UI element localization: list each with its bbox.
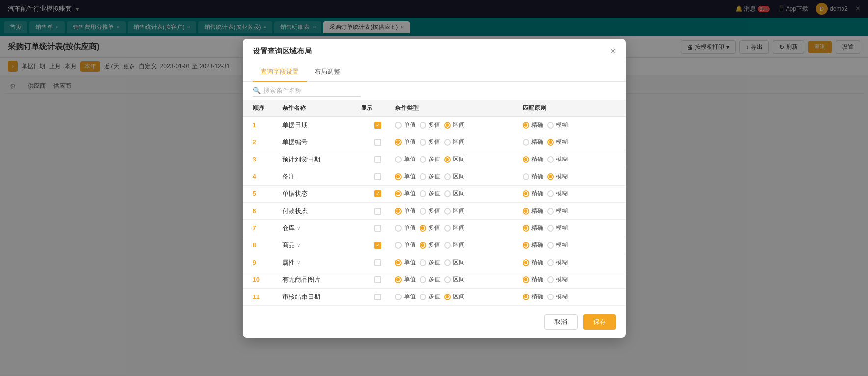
dialog-tab-layout[interactable]: 布局调整 (307, 62, 348, 82)
checkbox[interactable] (374, 139, 381, 146)
radio-btn[interactable] (444, 190, 451, 197)
radio-btn[interactable] (547, 190, 554, 197)
radio-btn[interactable] (444, 259, 451, 266)
row-display-check[interactable]: ✓ (361, 242, 395, 249)
row-display-check[interactable] (361, 208, 395, 215)
radio-btn[interactable] (444, 242, 451, 249)
radio-btn[interactable] (547, 294, 554, 300)
match-radio-group: 精确 (523, 121, 543, 129)
radio-btn[interactable] (444, 156, 451, 163)
radio-btn[interactable] (420, 173, 426, 180)
dialog-close-btn[interactable]: × (610, 47, 616, 55)
row-display-check[interactable] (361, 139, 395, 146)
radio-btn[interactable] (420, 276, 426, 283)
checkbox[interactable]: ✓ (374, 190, 381, 197)
row-display-check[interactable] (361, 259, 395, 266)
radio-btn[interactable] (547, 156, 554, 163)
type-radio-group: 多值 (420, 241, 440, 249)
checkbox[interactable] (374, 208, 381, 215)
checkbox[interactable] (374, 259, 381, 266)
radio-btn[interactable] (444, 225, 451, 232)
radio-btn[interactable] (547, 139, 554, 146)
row-display-check[interactable] (361, 156, 395, 163)
radio-btn[interactable] (547, 225, 554, 232)
radio-btn[interactable] (547, 276, 554, 283)
radio-btn[interactable] (395, 276, 402, 283)
radio-btn[interactable] (523, 242, 529, 249)
row-display-check[interactable] (361, 294, 395, 300)
checkbox[interactable] (374, 225, 381, 232)
checkbox[interactable] (374, 173, 381, 180)
row-match: 精确模糊 (523, 241, 626, 249)
expand-icon[interactable]: ∨ (297, 242, 300, 248)
expand-icon[interactable]: ∨ (297, 260, 300, 265)
radio-btn[interactable] (444, 294, 451, 300)
row-type: 单值多值区间 (395, 207, 523, 215)
radio-label: 区间 (453, 258, 465, 267)
radio-btn[interactable] (523, 259, 529, 266)
radio-btn[interactable] (547, 208, 554, 215)
radio-btn[interactable] (420, 122, 426, 129)
checkbox[interactable]: ✓ (374, 122, 381, 129)
expand-icon[interactable]: ∨ (297, 225, 300, 231)
row-display-check[interactable]: ✓ (361, 190, 395, 197)
radio-btn[interactable] (547, 259, 554, 266)
radio-btn[interactable] (395, 242, 402, 249)
radio-label: 单值 (404, 258, 416, 267)
radio-btn[interactable] (523, 173, 529, 180)
radio-btn[interactable] (395, 259, 402, 266)
radio-btn[interactable] (395, 173, 402, 180)
row-display-check[interactable] (361, 276, 395, 283)
radio-btn[interactable] (395, 122, 402, 129)
radio-btn[interactable] (444, 122, 451, 129)
checkbox[interactable]: ✓ (374, 242, 381, 249)
radio-btn[interactable] (523, 276, 529, 283)
checkbox[interactable] (374, 276, 381, 283)
radio-btn[interactable] (420, 294, 426, 300)
radio-btn[interactable] (523, 225, 529, 232)
row-display-check[interactable] (361, 225, 395, 232)
match-radio-group: 模糊 (547, 293, 568, 301)
radio-btn[interactable] (395, 294, 402, 300)
radio-btn[interactable] (395, 208, 402, 215)
radio-btn[interactable] (547, 122, 554, 129)
radio-btn[interactable] (395, 156, 402, 163)
row-name: 有无商品图片 (282, 275, 361, 284)
checkbox[interactable] (374, 294, 381, 300)
radio-btn[interactable] (444, 139, 451, 146)
save-btn[interactable]: 保存 (583, 314, 616, 330)
radio-btn[interactable] (420, 242, 426, 249)
radio-btn[interactable] (523, 208, 529, 215)
radio-btn[interactable] (523, 190, 529, 197)
radio-btn[interactable] (444, 208, 451, 215)
radio-label: 单值 (404, 138, 416, 146)
radio-btn[interactable] (523, 122, 529, 129)
row-display-check[interactable]: ✓ (361, 122, 395, 129)
radio-btn[interactable] (523, 139, 529, 146)
cancel-btn[interactable]: 取消 (544, 314, 578, 330)
radio-btn[interactable] (547, 173, 554, 180)
row-display-check[interactable] (361, 173, 395, 180)
radio-btn[interactable] (395, 190, 402, 197)
radio-btn[interactable] (420, 190, 426, 197)
radio-btn[interactable] (444, 173, 451, 180)
match-radio-group: 精确 (523, 224, 543, 232)
radio-btn[interactable] (395, 225, 402, 232)
radio-btn[interactable] (523, 294, 529, 300)
radio-btn[interactable] (420, 225, 426, 232)
radio-btn[interactable] (420, 156, 426, 163)
radio-btn[interactable] (444, 276, 451, 283)
search-input[interactable] (263, 87, 352, 94)
type-radio-group: 单值 (395, 293, 416, 301)
dialog-overlay[interactable]: 设置查询区域布局 × 查询字段设置 布局调整 🔍 顺序 条件名称 显示 条件类型 (0, 0, 868, 375)
radio-btn[interactable] (420, 259, 426, 266)
radio-btn[interactable] (395, 139, 402, 146)
radio-btn[interactable] (523, 156, 529, 163)
dialog-tab-fields[interactable]: 查询字段设置 (253, 62, 307, 82)
radio-btn[interactable] (420, 208, 426, 215)
match-radio-group: 精确 (523, 293, 543, 301)
row-match: 精确模糊 (523, 138, 626, 146)
checkbox[interactable] (374, 156, 381, 163)
radio-btn[interactable] (420, 139, 426, 146)
radio-btn[interactable] (547, 242, 554, 249)
